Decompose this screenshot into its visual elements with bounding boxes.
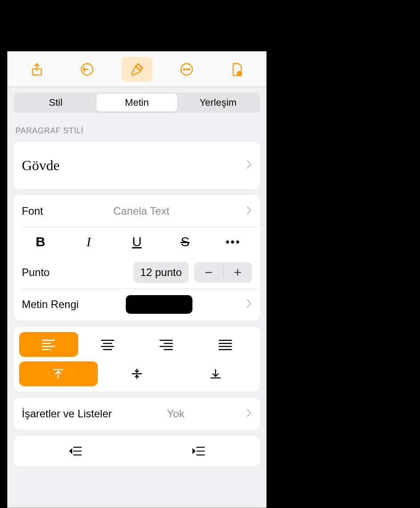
- tab-style[interactable]: Stil: [15, 94, 96, 112]
- align-left-icon: [41, 338, 56, 351]
- paragraph-style-value: Gövde: [22, 157, 60, 174]
- paragraph-style-row[interactable]: Gövde: [14, 142, 260, 189]
- paragraph-style-heading: PARAGRAF STİLİ: [8, 116, 266, 139]
- chevron-right-icon: [246, 299, 252, 310]
- align-right-button[interactable]: [137, 332, 196, 357]
- svg-point-3: [184, 68, 185, 70]
- text-color-swatch[interactable]: [126, 295, 192, 314]
- chevron-right-icon: [246, 205, 252, 217]
- indent-decrease-icon: [69, 445, 82, 457]
- font-label: Font: [22, 205, 43, 217]
- share-button[interactable]: [21, 57, 52, 82]
- size-decrease-button[interactable]: −: [194, 265, 223, 280]
- size-increase-button[interactable]: +: [224, 265, 252, 280]
- horizontal-align-row: [19, 332, 255, 357]
- svg-marker-38: [193, 449, 195, 453]
- chevron-right-icon: [246, 408, 252, 420]
- font-card: Font Canela Text B I U S ••• Punto 12 pu…: [14, 195, 260, 320]
- tab-layout[interactable]: Yerleşim: [177, 94, 259, 112]
- bullets-value: Yok: [167, 408, 184, 420]
- bold-button[interactable]: B: [16, 230, 64, 253]
- italic-button[interactable]: I: [64, 230, 112, 253]
- valign-middle-icon: [130, 368, 144, 380]
- undo-button[interactable]: [72, 57, 103, 82]
- toolbar: [8, 52, 266, 87]
- align-justify-button[interactable]: [196, 332, 255, 357]
- text-format-row: B I U S •••: [14, 227, 260, 256]
- valign-bottom-button[interactable]: [176, 361, 255, 386]
- underline-button[interactable]: U: [113, 230, 161, 253]
- size-value-chip[interactable]: 12 punto: [133, 262, 189, 283]
- share-icon: [29, 62, 44, 77]
- tab-text[interactable]: Metin: [96, 94, 178, 112]
- svg-point-4: [186, 68, 188, 70]
- chevron-right-icon: [246, 160, 252, 171]
- valign-top-icon: [51, 368, 65, 380]
- format-inspector-panel: Stil Metin Yerleşim PARAGRAF STİLİ Gövde…: [7, 51, 267, 508]
- indent-card: [14, 436, 260, 466]
- inspector-tabs: Stil Metin Yerleşim: [8, 87, 266, 116]
- format-brush-icon: [129, 62, 144, 77]
- format-button[interactable]: [121, 57, 152, 82]
- more-circle-icon: [179, 62, 194, 77]
- paragraph-style-card: Gövde: [14, 142, 260, 189]
- text-color-row[interactable]: Metin Rengi: [14, 288, 260, 320]
- svg-point-7: [239, 73, 240, 75]
- indent-increase-icon: [192, 445, 205, 457]
- bullets-card: İşaretler ve Listeler Yok: [14, 398, 260, 430]
- vertical-align-row: [19, 361, 255, 386]
- more-button[interactable]: [171, 57, 202, 82]
- align-right-icon: [159, 338, 173, 351]
- size-label: Punto: [22, 266, 50, 279]
- strikethrough-button[interactable]: S: [161, 230, 209, 253]
- callout-bracket-right: [269, 142, 281, 487]
- indent-decrease-button[interactable]: [14, 436, 137, 466]
- font-value: Canela Text: [113, 205, 169, 217]
- svg-marker-34: [70, 449, 72, 453]
- text-color-label: Metin Rengi: [22, 298, 79, 311]
- document-settings-button[interactable]: [221, 57, 252, 82]
- align-justify-icon: [218, 338, 232, 351]
- valign-bottom-icon: [208, 368, 223, 380]
- size-stepper: − +: [194, 262, 252, 283]
- align-left-button[interactable]: [19, 332, 78, 357]
- align-center-button[interactable]: [78, 332, 137, 357]
- bullets-label: İşaretler ve Listeler: [22, 408, 112, 420]
- valign-top-button[interactable]: [19, 361, 98, 386]
- bullets-row[interactable]: İşaretler ve Listeler Yok: [14, 398, 260, 430]
- more-format-button[interactable]: •••: [209, 230, 257, 253]
- callout-line-top: [163, 0, 164, 52]
- document-view-icon: [229, 62, 244, 77]
- indent-increase-button[interactable]: [137, 436, 260, 466]
- font-size-row: Punto 12 punto − +: [14, 256, 260, 288]
- align-center-icon: [100, 338, 115, 351]
- svg-point-5: [189, 68, 190, 70]
- valign-middle-button[interactable]: [98, 361, 176, 386]
- undo-icon: [80, 62, 95, 77]
- alignment-card: [14, 327, 260, 392]
- font-row[interactable]: Font Canela Text: [14, 195, 260, 227]
